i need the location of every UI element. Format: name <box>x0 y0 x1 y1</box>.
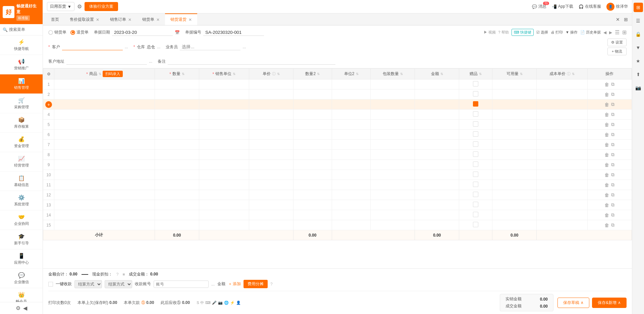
row-qty-12[interactable] <box>155 190 199 200</box>
date-input[interactable] <box>112 29 173 36</box>
gift-checkbox-7[interactable] <box>473 141 478 147</box>
barcode-scan-btn[interactable]: 扫码录入 <box>103 71 123 77</box>
row-qty2-1[interactable] <box>293 79 332 89</box>
row-unit-15[interactable] <box>199 220 249 230</box>
sidebar-item-newbie[interactable]: 🎓 新手引导 <box>0 230 43 249</box>
row-qty-11[interactable] <box>155 180 199 190</box>
copy-icon-4[interactable]: ⧉ <box>611 112 614 117</box>
settings-btn[interactable]: ⚙ 设置 <box>607 39 627 46</box>
row-amount-2[interactable] <box>415 89 459 100</box>
row-available-4[interactable] <box>492 110 537 120</box>
row-product-9[interactable] <box>54 160 155 170</box>
online-service-btn[interactable]: 🎧 在线客服 <box>579 4 601 9</box>
tab-close-price-settings[interactable]: ✕ <box>96 17 99 22</box>
copy-icon-8[interactable]: ⧉ <box>611 152 614 158</box>
one-key-collect-checkbox[interactable] <box>48 282 53 287</box>
calc-select[interactable]: 结算方式 <box>105 280 132 288</box>
gift-checkbox-8[interactable] <box>473 151 478 157</box>
row-price-3[interactable] <box>249 100 293 110</box>
sidebar-item-purchase[interactable]: 🛒 采购管理 <box>0 94 43 113</box>
col-cost-sort[interactable]: ⇅ <box>572 72 575 76</box>
row-available-9[interactable] <box>492 160 537 170</box>
delete-icon-4[interactable]: 🗑 <box>604 112 609 117</box>
row-product-10[interactable] <box>54 170 155 180</box>
row-qty2-13[interactable] <box>293 200 332 210</box>
row-gift-12[interactable] <box>459 190 492 200</box>
action-btn[interactable]: ▼ 操作 <box>566 30 578 35</box>
copy-icon-9[interactable]: ⧉ <box>611 162 614 168</box>
row-product-1[interactable] <box>54 79 155 89</box>
row-qty-7[interactable] <box>155 140 199 150</box>
row-pack-qty-13[interactable] <box>371 200 415 210</box>
row-available-1[interactable] <box>492 79 537 89</box>
row-amount-12[interactable] <box>415 190 459 200</box>
row-unit2-5[interactable] <box>332 120 370 130</box>
row-cost-1[interactable] <box>537 79 588 89</box>
address-dots-btn[interactable]: ... <box>149 59 152 64</box>
col-cost-info[interactable]: ⓘ <box>567 71 571 76</box>
product-input-3[interactable] <box>56 102 153 107</box>
row-cost-8[interactable] <box>537 150 588 160</box>
row-cost-2[interactable] <box>537 89 588 100</box>
copy-icon-10[interactable]: ⧉ <box>611 172 614 178</box>
row-available-10[interactable] <box>492 170 537 180</box>
rp-filter-icon[interactable]: ▼ <box>634 43 643 52</box>
copy-icon-1[interactable]: ⧉ <box>611 81 614 87</box>
radio-return[interactable]: 退货单 <box>70 29 89 35</box>
fee-help-icon[interactable]: ? <box>270 282 273 287</box>
row-gift-9[interactable] <box>459 160 492 170</box>
rp-camera-icon[interactable]: 📷 <box>634 83 643 92</box>
row-unit2-6[interactable] <box>332 130 370 140</box>
row-unit-1[interactable] <box>199 79 249 89</box>
row-price-15[interactable] <box>249 220 293 230</box>
delete-icon-13[interactable]: 🗑 <box>604 202 609 208</box>
row-gift-10[interactable] <box>459 170 492 180</box>
row-price-2[interactable] <box>249 89 293 100</box>
logistics-btn[interactable]: + 物流 <box>607 48 627 55</box>
sidebar-item-marketing[interactable]: 📢 营销推广 <box>0 55 43 74</box>
gift-checkbox-3[interactable] <box>473 101 478 107</box>
sidebar-item-finance[interactable]: 💰 资金管理 <box>0 133 43 152</box>
delete-icon-1[interactable]: 🗑 <box>604 82 609 87</box>
tab-menu-btn[interactable]: ⊞ <box>623 15 629 23</box>
col-available-sort[interactable]: ⇅ <box>520 72 523 76</box>
col-gift-sort[interactable]: ⇅ <box>479 72 482 76</box>
row-cost-13[interactable] <box>537 200 588 210</box>
delete-icon-3[interactable]: 🗑 <box>604 102 609 107</box>
delete-icon-10[interactable]: 🗑 <box>604 172 609 178</box>
address-input[interactable] <box>66 58 147 65</box>
row-unit-5[interactable] <box>199 120 249 130</box>
gift-checkbox-11[interactable] <box>473 182 478 187</box>
row-qty2-5[interactable] <box>293 120 332 130</box>
row-amount-15[interactable] <box>415 220 459 230</box>
row-product-8[interactable] <box>54 150 155 160</box>
row-cost-5[interactable] <box>537 120 588 130</box>
row-pack-qty-14[interactable] <box>371 210 415 220</box>
row-unit2-8[interactable] <box>332 150 370 160</box>
gift-checkbox-14[interactable] <box>473 212 478 217</box>
row-pack-qty-6[interactable] <box>371 130 415 140</box>
row-gift-13[interactable] <box>459 200 492 210</box>
row-amount-8[interactable] <box>415 150 459 160</box>
row-qty-8[interactable] <box>155 150 199 160</box>
gift-checkbox-9[interactable] <box>473 162 478 167</box>
copy-icon-7[interactable]: ⧉ <box>611 142 614 147</box>
row-unit-11[interactable] <box>199 180 249 190</box>
row-unit2-7[interactable] <box>332 140 370 150</box>
row-amount-6[interactable] <box>415 130 459 140</box>
account-dots-btn[interactable]: ... <box>211 282 215 287</box>
row-unit2-3[interactable] <box>332 100 370 110</box>
row-unit-3[interactable] <box>199 100 249 110</box>
row-gift-14[interactable] <box>459 210 492 220</box>
fee-split-btn[interactable]: 费用分摊 <box>244 280 268 288</box>
sidebar-item-basic-info[interactable]: 📋 基础信息 <box>0 172 43 191</box>
row-qty-6[interactable] <box>155 130 199 140</box>
gift-checkbox-1[interactable] <box>473 81 478 86</box>
copy-icon-15[interactable]: ⧉ <box>611 222 614 228</box>
row-pack-qty-12[interactable] <box>371 190 415 200</box>
row-available-3[interactable] <box>492 100 537 110</box>
sidebar-item-operations[interactable]: 📈 经营管理 <box>0 152 43 172</box>
col-price-info[interactable]: ⓘ <box>272 71 276 76</box>
row-qty2-3[interactable] <box>293 100 332 110</box>
row-gift-5[interactable] <box>459 120 492 130</box>
